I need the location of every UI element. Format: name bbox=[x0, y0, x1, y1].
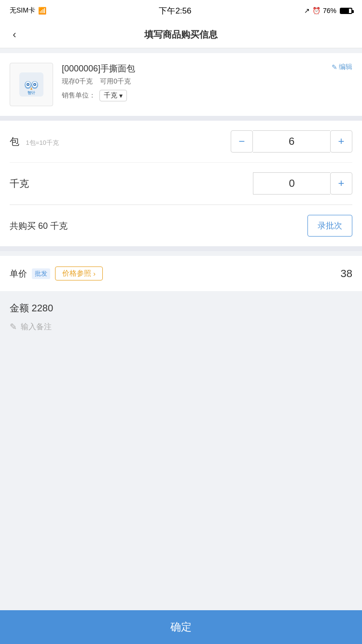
battery-bar bbox=[340, 8, 352, 14]
increase-kg-button[interactable]: + bbox=[330, 172, 352, 195]
amount-row: 金额 2280 bbox=[10, 302, 352, 315]
amount-section: 金额 2280 ✎ 输入备注 bbox=[0, 291, 362, 339]
price-ref-label: 价格参照 bbox=[62, 269, 91, 278]
status-time: 下午2:56 bbox=[159, 5, 191, 16]
status-right: ↗ ⏰ 76% bbox=[304, 7, 352, 14]
amount-value: 2280 bbox=[32, 303, 54, 313]
carrier-label: 无SIM卡 bbox=[10, 6, 35, 15]
confirm-bar[interactable]: 确定 bbox=[0, 610, 362, 644]
nav-bar: ‹ 填写商品购买信息 bbox=[0, 21, 362, 48]
quantity-input-bao[interactable] bbox=[253, 130, 330, 153]
note-placeholder: 输入备注 bbox=[21, 322, 52, 332]
product-unit-row: 销售单位： 千克 ▾ bbox=[62, 90, 352, 101]
decrease-bao-button[interactable]: − bbox=[231, 130, 253, 153]
quantity-label-kg: 千克 bbox=[10, 177, 253, 190]
unit-label: 销售单位： bbox=[62, 91, 96, 100]
wifi-icon: 📶 bbox=[38, 7, 46, 14]
batch-button[interactable]: 录批次 bbox=[307, 215, 352, 237]
alarm-icon: ⏰ bbox=[312, 7, 320, 14]
svg-point-8 bbox=[34, 84, 35, 85]
total-row: 共购买 60 千克 录批次 bbox=[10, 205, 352, 246]
quantity-row-kg: 千克 + bbox=[10, 163, 352, 205]
chevron-right-icon: › bbox=[93, 269, 96, 278]
status-bar: 无SIM卡 📶 下午2:56 ↗ ⏰ 76% bbox=[0, 0, 362, 21]
product-stock: 现存0千克 可用0千克 bbox=[62, 77, 352, 86]
edit-button[interactable]: ✎ 编辑 bbox=[332, 63, 352, 71]
quantity-input-kg[interactable] bbox=[253, 172, 330, 195]
quantity-section: 包 1包=10千克 − + 千克 + 共购买 60 bbox=[0, 121, 362, 246]
battery-fill bbox=[341, 9, 349, 13]
status-left: 无SIM卡 📶 bbox=[10, 6, 46, 15]
pencil-icon: ✎ bbox=[10, 322, 17, 332]
product-name: [0000006]手撕面包 bbox=[62, 63, 135, 74]
separator-1 bbox=[0, 116, 362, 121]
quantity-controls-kg: + bbox=[253, 172, 352, 195]
unit-value: 千克 bbox=[104, 91, 117, 100]
confirm-label: 确定 bbox=[170, 620, 192, 634]
price-section: 单价 批发 价格参照 › 38 bbox=[0, 256, 362, 291]
quantity-label-bao: 包 1包=10千克 bbox=[10, 135, 231, 148]
product-image: 智计 bbox=[10, 63, 53, 106]
total-text: 共购买 60 千克 bbox=[10, 220, 307, 232]
note-input-row[interactable]: ✎ 输入备注 bbox=[10, 322, 352, 332]
chevron-down-icon: ▾ bbox=[119, 92, 123, 99]
edit-label: 编辑 bbox=[339, 63, 352, 71]
quantity-hint-bao: 1包=10千克 bbox=[26, 139, 59, 146]
price-value: 38 bbox=[341, 267, 352, 280]
amount-label: 金额 bbox=[10, 303, 29, 313]
product-logo-icon: 智计 bbox=[19, 72, 43, 97]
product-info: [0000006]手撕面包 ✎ 编辑 现存0千克 可用0千克 销售单位： 千克 … bbox=[62, 63, 352, 101]
price-tag[interactable]: 批发 bbox=[32, 268, 50, 279]
price-label: 单价 bbox=[10, 268, 27, 280]
content-spacer bbox=[0, 339, 362, 513]
location-icon: ↗ bbox=[304, 7, 310, 14]
increase-bao-button[interactable]: + bbox=[330, 130, 352, 153]
separator-2 bbox=[0, 246, 362, 251]
available-text: 可用0千克 bbox=[100, 77, 131, 85]
quantity-controls-bao: − + bbox=[231, 130, 352, 153]
quantity-row-bao: 包 1包=10千克 − + bbox=[10, 121, 352, 163]
unit-select[interactable]: 千克 ▾ bbox=[99, 90, 127, 101]
stock-text: 现存0千克 bbox=[62, 77, 93, 85]
product-card: 智计 [0000006]手撕面包 ✎ 编辑 现存0千克 可用0千克 销售单位： … bbox=[0, 53, 362, 116]
page-title: 填写商品购买信息 bbox=[144, 28, 218, 41]
price-ref-button[interactable]: 价格参照 › bbox=[55, 266, 103, 280]
svg-point-7 bbox=[28, 84, 28, 85]
back-icon: ‹ bbox=[13, 28, 16, 41]
svg-text:智计: 智计 bbox=[27, 91, 36, 95]
back-button[interactable]: ‹ bbox=[0, 21, 29, 48]
battery-percent: 76% bbox=[323, 7, 336, 14]
edit-icon: ✎ bbox=[332, 63, 337, 71]
